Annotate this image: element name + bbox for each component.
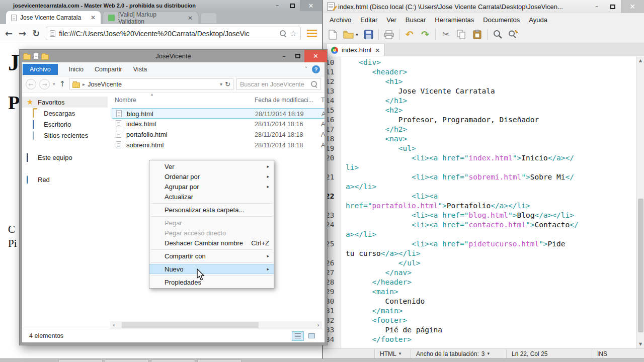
scroll-down-icon[interactable]: ▼ bbox=[637, 341, 644, 348]
refresh-icon[interactable]: ↻ bbox=[32, 29, 40, 38]
forward-icon[interactable]: → bbox=[19, 29, 26, 38]
copy-icon[interactable] bbox=[456, 29, 467, 40]
column-header-fecha[interactable]: Fecha de modificaci... bbox=[255, 97, 313, 104]
taskbar-app-button[interactable] bbox=[58, 359, 103, 362]
thumbnails-view-button[interactable] bbox=[305, 331, 317, 341]
tab-width-selector[interactable]: Ancho de la tabulación: 3 ▾ bbox=[411, 349, 506, 358]
tab-close-icon[interactable]: ✕ bbox=[188, 15, 193, 21]
details-view-button[interactable] bbox=[292, 331, 304, 341]
sidebar-item-red[interactable]: Red bbox=[22, 174, 108, 185]
context-menu-item-ordenar-por[interactable]: Ordenar por▸ bbox=[149, 171, 274, 182]
zoom-icon[interactable] bbox=[280, 30, 286, 37]
open-dropdown-icon[interactable]: ▾ bbox=[356, 32, 358, 37]
explorer-titlebar[interactable]: ▾ JoseVicente – ✕ bbox=[20, 50, 327, 62]
save-icon[interactable] bbox=[363, 29, 374, 40]
editor-maximize-button[interactable] bbox=[605, 0, 621, 13]
file-row-portafolio-html[interactable]: portafolio.html28/11/2014 18:18Ar bbox=[112, 129, 325, 140]
context-menu-item-compartir-con[interactable]: Compartir con▸ bbox=[149, 251, 274, 261]
find-replace-icon[interactable] bbox=[508, 29, 519, 40]
editor-document-tab[interactable]: index.html × bbox=[326, 44, 385, 56]
taskbar-app-button[interactable] bbox=[197, 359, 242, 362]
browser-minimize-button[interactable]: – bbox=[270, 0, 285, 11]
scroll-up-icon[interactable]: ▲ bbox=[637, 57, 644, 64]
column-header-nombre[interactable]: Nombre bbox=[115, 97, 136, 104]
menu-ayuda[interactable]: Ayuda bbox=[524, 14, 552, 26]
sidebar-item-favoritos[interactable]: ★ Favoritos bbox=[22, 97, 108, 108]
cut-icon[interactable]: ✂ bbox=[440, 29, 451, 40]
taskbar[interactable] bbox=[0, 358, 644, 362]
url-input[interactable] bbox=[59, 30, 276, 38]
context-menu-item-agrupar-por[interactable]: Agrupar por▸ bbox=[149, 182, 274, 192]
help-icon[interactable]: ? bbox=[312, 65, 320, 73]
redo-icon[interactable]: ↷ bbox=[420, 29, 431, 40]
taskbar-app-button[interactable] bbox=[151, 359, 195, 362]
context-menu-item-ver[interactable]: Ver▸ bbox=[149, 161, 274, 171]
breadcrumb-folder[interactable]: JoseVicente bbox=[88, 81, 122, 88]
browser-tab-active[interactable]: Jose Vicente Carratala ✕ bbox=[6, 11, 101, 24]
find-icon[interactable] bbox=[492, 29, 503, 40]
recent-locations-icon[interactable]: ▾ bbox=[53, 82, 55, 86]
search-input[interactable] bbox=[240, 81, 311, 88]
ribbon-tab-inicio[interactable]: Inicio bbox=[69, 64, 84, 75]
scroll-left-icon[interactable]: ‹ bbox=[110, 322, 118, 328]
browser-tab-validator[interactable]: [Valid] Markup Validation ✕ bbox=[103, 11, 198, 24]
sidebar-item-este-equipo[interactable]: Este equipo bbox=[22, 152, 108, 163]
file-row-sobremi-html[interactable]: sobremi.html28/11/2014 18:18Ar bbox=[112, 140, 325, 150]
menu-buscar[interactable]: Buscar bbox=[401, 14, 430, 26]
ribbon-expand-icon[interactable]: ˅ bbox=[305, 67, 307, 72]
tab-close-icon[interactable]: × bbox=[375, 47, 380, 53]
taskbar-app-button[interactable] bbox=[105, 359, 149, 362]
search-box[interactable] bbox=[236, 78, 321, 90]
back-icon[interactable]: ← bbox=[5, 29, 13, 38]
bookmark-star-icon[interactable]: ☆ bbox=[290, 30, 297, 38]
context-menu-item-deshacer-cambiar-nombre[interactable]: Deshacer Cambiar nombreCtrl+Z bbox=[149, 238, 274, 248]
menu-editar[interactable]: Editar bbox=[356, 14, 382, 26]
column-header-tipo[interactable]: Ti bbox=[321, 97, 325, 104]
explorer-maximize-button[interactable] bbox=[291, 50, 304, 62]
menu-icon[interactable] bbox=[307, 30, 317, 37]
file-row-index-html[interactable]: index.html28/11/2014 18:16Ar bbox=[112, 119, 325, 129]
explorer-horizontal-scrollbar[interactable]: ‹ › bbox=[110, 321, 322, 329]
ribbon-tab-archivo[interactable]: Archivo bbox=[23, 64, 58, 75]
menu-archivo[interactable]: Archivo bbox=[325, 14, 356, 26]
scrollbar-thumb[interactable] bbox=[638, 199, 643, 332]
sidebar-item-sitios-recientes[interactable]: Sitios recientes bbox=[22, 130, 108, 141]
language-selector[interactable]: HTML ▾ bbox=[374, 349, 411, 358]
forward-icon[interactable]: → bbox=[39, 79, 50, 89]
open-icon[interactable] bbox=[343, 29, 354, 40]
editor-close-button[interactable]: ✕ bbox=[621, 0, 644, 13]
paste-icon[interactable] bbox=[471, 29, 482, 40]
context-menu-item-personalizar-esta-carpeta[interactable]: Personalizar esta carpeta... bbox=[149, 205, 274, 215]
undo-icon[interactable]: ↶ bbox=[404, 29, 415, 40]
context-menu-item-propiedades[interactable]: Propiedades bbox=[149, 277, 274, 287]
breadcrumb[interactable]: ▸ JoseVicente ▾ ↻ bbox=[69, 78, 233, 90]
explorer-minimize-button[interactable]: – bbox=[277, 50, 291, 62]
chevron-down-icon[interactable]: ▾ bbox=[220, 82, 222, 87]
context-menu-item-actualizar[interactable]: Actualizar bbox=[149, 192, 274, 202]
tab-close-icon[interactable]: ✕ bbox=[91, 15, 96, 21]
print-icon[interactable] bbox=[383, 29, 394, 40]
new-tab-button[interactable] bbox=[201, 13, 216, 23]
menu-documentos[interactable]: Documentos bbox=[478, 14, 524, 26]
menu-ver[interactable]: Ver bbox=[382, 14, 401, 26]
file-row-blog-html[interactable]: blog.html28/11/2014 18:19Ar bbox=[112, 108, 325, 119]
browser-close-button[interactable]: ✕ bbox=[300, 0, 322, 11]
browser-maximize-button[interactable] bbox=[285, 0, 300, 11]
menu-herramientas[interactable]: Herramientas bbox=[430, 14, 478, 26]
ribbon-tab-compartir[interactable]: Compartir bbox=[95, 64, 122, 75]
sidebar-item-escritorio[interactable]: Escritorio bbox=[22, 119, 108, 130]
browser-titlebar[interactable]: josevicentecarratala.com - Master Web 2.… bbox=[0, 0, 322, 11]
scroll-right-icon[interactable]: › bbox=[314, 322, 322, 328]
explorer-close-button[interactable]: ✕ bbox=[304, 50, 327, 62]
new-file-icon[interactable] bbox=[327, 29, 338, 40]
editor-titlebar[interactable]: index.html (Disco local (C:) \Users\Jose… bbox=[323, 0, 644, 13]
ribbon-tab-vista[interactable]: Vista bbox=[133, 64, 147, 75]
back-icon[interactable]: ← bbox=[26, 79, 36, 89]
scrollbar-thumb[interactable] bbox=[122, 322, 259, 328]
editor-vertical-scrollbar[interactable]: ▲ ▼ bbox=[636, 57, 644, 348]
address-bar[interactable]: ☆ bbox=[46, 27, 301, 40]
context-menu-item-nuevo[interactable]: Nuevo▸ bbox=[149, 264, 274, 274]
up-icon[interactable]: ↑ bbox=[59, 80, 66, 88]
editor-minimize-button[interactable]: – bbox=[589, 0, 605, 13]
sidebar-item-descargas[interactable]: Descargas bbox=[22, 108, 108, 119]
